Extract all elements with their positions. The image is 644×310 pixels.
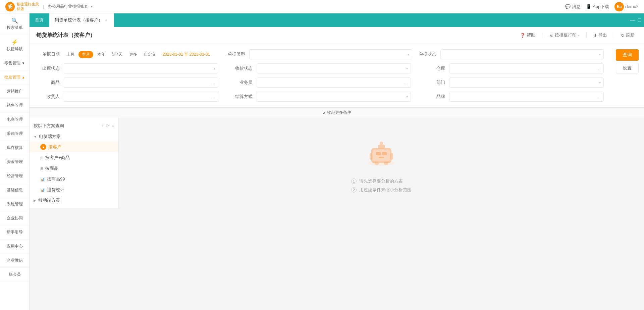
app-title-dropdown[interactable]: ▾	[91, 5, 93, 8]
sidebar-item-apps[interactable]: 应用中心	[0, 240, 29, 254]
left-panel-actions: + ⟳ «	[101, 123, 114, 128]
wholesale-arrow-icon: ▲	[22, 75, 25, 79]
tab-home[interactable]: 首页	[30, 13, 49, 27]
payment-status-select[interactable]: ▾	[257, 63, 411, 73]
order-status-label: 单据状态	[416, 51, 436, 57]
scheme-customer-goods-icon: ⊞	[40, 156, 43, 160]
window-maximize-icon[interactable]: □	[638, 17, 641, 23]
date-tab-more[interactable]: 更多	[126, 51, 140, 58]
payment-method-label: 结算方式	[229, 94, 253, 100]
query-button[interactable]: 查询	[616, 49, 639, 61]
salesperson-field[interactable]: …	[257, 78, 411, 88]
user-name: demo2	[625, 4, 639, 9]
settings-button[interactable]: 设置	[616, 63, 639, 73]
hint-num-2: 2	[351, 187, 357, 193]
sidebar-item-sales[interactable]: 销售管理	[0, 99, 29, 113]
nav-icon: ⚡	[1, 39, 28, 45]
department-select[interactable]: ▾	[449, 78, 604, 88]
collapse-scheme-icon[interactable]: «	[112, 123, 114, 128]
date-tab-this-year[interactable]: 本年	[95, 51, 108, 58]
sidebar-item-purchase[interactable]: 采购管理	[0, 127, 29, 141]
top-bar-right: 💬 消息 📱 App下载 Ea demo2	[565, 2, 639, 11]
tab-active[interactable]: 销货单统计表（按客户） ×	[49, 13, 114, 27]
tab-close-icon[interactable]: ×	[105, 17, 108, 23]
sidebar-item-inventory[interactable]: 库存核算	[0, 141, 29, 155]
goods-label: 商品	[36, 80, 60, 86]
sidebar-item-basics[interactable]: 基础信息	[0, 183, 29, 197]
filter-row-1: 单据日期 上月 本月 本年 近7天 更多 自定义 20	[36, 49, 604, 59]
left-panel-title: 按以下方案查询	[34, 123, 64, 129]
sidebar-item-retail[interactable]: 零售管理 ▼	[0, 56, 29, 70]
brand-field[interactable]: …	[449, 92, 604, 102]
empty-hint-2: 2 用过滤条件来缩小分析范围	[351, 186, 412, 194]
filter-buttons: 查询 设置	[610, 44, 644, 79]
svg-rect-11	[384, 162, 388, 165]
scheme-desktop-header[interactable]: ▼ 电脑端方案	[30, 132, 118, 142]
refresh-scheme-icon[interactable]: ⟳	[106, 123, 110, 128]
refresh-icon: ↻	[621, 33, 625, 38]
logo-text: 畅捷通好生意 标版	[17, 2, 39, 11]
empty-illustration	[361, 131, 401, 171]
scheme-item-goods99[interactable]: 📊 按商品99	[30, 174, 118, 185]
warehouse-field[interactable]: …	[449, 63, 604, 73]
svg-rect-6	[378, 145, 385, 149]
refresh-button[interactable]: ↻ 刷新	[618, 31, 637, 40]
filter-row-3: 商品 … 业务员 … 部门	[36, 78, 604, 88]
sidebar-item-marketing[interactable]: 营销推广	[0, 85, 29, 99]
out-status-select[interactable]: ▾	[64, 63, 218, 73]
sidebar-item-quick-nav[interactable]: ⚡ 快捷导航	[0, 35, 29, 56]
date-tab-this-month[interactable]: 本月	[78, 51, 93, 58]
order-status-select[interactable]: ▾	[440, 49, 604, 59]
help-button[interactable]: ❓ 帮助	[517, 31, 538, 40]
sidebar-item-system[interactable]: 系统管理	[0, 197, 29, 211]
logo-icon: 畅	[5, 2, 15, 11]
scheme-item-customer[interactable]: ● 按客户	[30, 142, 118, 152]
payment-method-select[interactable]: ▾	[257, 92, 411, 102]
warehouse-label: 仓库	[422, 65, 445, 71]
svg-point-7	[380, 142, 383, 145]
sidebar-item-guide[interactable]: 新手引导	[0, 225, 29, 240]
scheme-customer-icon: ●	[40, 144, 46, 150]
scheme-item-returns[interactable]: 📊 退货统计	[30, 185, 118, 195]
collapse-label: 收起更多条件	[327, 110, 351, 115]
order-type-select[interactable]: ▾	[249, 49, 413, 59]
scheme-mobile-header[interactable]: ▶ 移动端方案	[30, 195, 118, 205]
page-content: 销货单统计表（按客户） ❓ 帮助 🖨 按模板打印 ▾	[30, 27, 644, 310]
sidebar-item-collab[interactable]: 企业协同	[0, 211, 29, 225]
date-tab-custom[interactable]: 自定义	[141, 51, 159, 58]
export-button[interactable]: ⬇ 导出	[591, 31, 610, 40]
sidebar-item-operations[interactable]: 经营管理	[0, 169, 29, 183]
app-title: 办公用品行业模拟账套	[48, 4, 88, 9]
sidebar-item-search[interactable]: 🔍 搜索菜单	[0, 13, 29, 35]
sidebar-item-member[interactable]: 畅会员	[0, 268, 29, 282]
consignee-field[interactable]: …	[64, 92, 218, 102]
user-area[interactable]: Ea demo2	[614, 2, 639, 11]
window-minimize-icon[interactable]: —	[630, 17, 635, 23]
sidebar-item-ecommerce[interactable]: 电商管理	[0, 113, 29, 127]
logo-area: 畅 畅捷通好生意 标版	[5, 2, 39, 11]
scheme-item-customer-goods[interactable]: ⊞ 按客户+商品	[30, 152, 118, 163]
sidebar-item-wholesale[interactable]: 批发管理 ▲	[0, 70, 29, 85]
top-bar: 畅 畅捷通好生意 标版 | 办公用品行业模拟账套 ▾ 💬 消息 📱 App下载 …	[0, 0, 644, 13]
hint-num-1: 1	[351, 178, 357, 184]
sidebar-item-wechat[interactable]: 企业微信	[0, 254, 29, 268]
print-button[interactable]: 🖨 按模板打印 ▾	[546, 31, 582, 40]
scheme-mobile-label: 移动端方案	[38, 197, 60, 203]
date-tab-last-month[interactable]: 上月	[64, 51, 77, 58]
message-button[interactable]: 💬 消息	[565, 4, 581, 10]
svg-rect-4	[382, 152, 387, 155]
app-download-button[interactable]: 📱 App下载	[586, 4, 609, 10]
svg-rect-2	[373, 150, 390, 161]
page-title: 销货单统计表（按客户）	[36, 32, 95, 39]
goods-field[interactable]: …	[64, 78, 218, 88]
scheme-desktop-group: ▼ 电脑端方案 ● 按客户	[30, 132, 118, 195]
main-layout: 🔍 搜索菜单 ⚡ 快捷导航 零售管理 ▼ 批发管理 ▲ 营销推广	[0, 13, 644, 310]
scheme-item-goods[interactable]: ⊞ 按商品	[30, 163, 118, 174]
scheme-mobile-group: ▶ 移动端方案	[30, 195, 118, 205]
tab-bar: 首页 销货单统计表（按客户） × — □	[30, 13, 644, 27]
help-icon: ❓	[520, 33, 525, 38]
add-scheme-icon[interactable]: +	[101, 123, 104, 128]
date-tab-7days[interactable]: 近7天	[109, 51, 125, 58]
collapse-bar[interactable]: ∧ 收起更多条件	[30, 107, 644, 117]
sidebar-item-finance[interactable]: 资金管理	[0, 155, 29, 169]
